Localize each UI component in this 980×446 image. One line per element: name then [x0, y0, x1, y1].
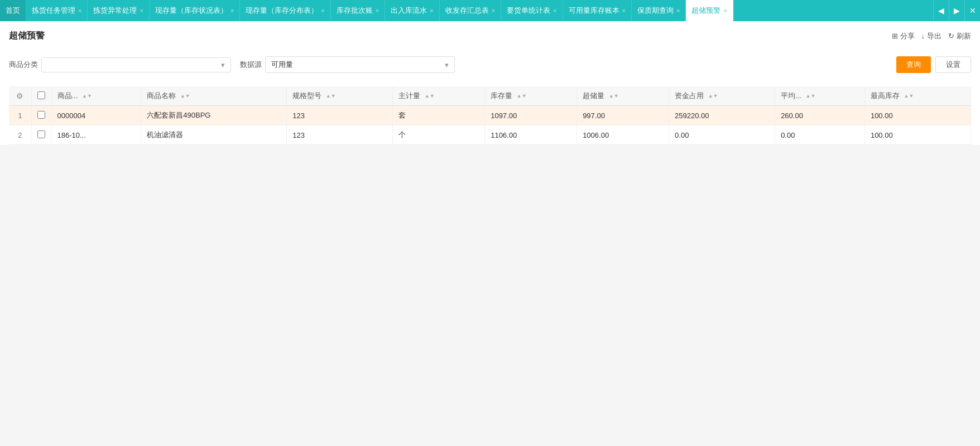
- nav-item-overstock[interactable]: 超储预警 ×: [686, 0, 733, 21]
- page-title: 超储预警: [9, 30, 45, 42]
- row-1-stock: 1097.00: [485, 106, 577, 125]
- row-2-product-code: 186-10...: [51, 125, 141, 145]
- page-content: 超储预警 ⊞ 分享 ↓ 导出 ↻ 刷新 商品分类 ▾ 数据源: [0, 21, 980, 145]
- filter-bar: 商品分类 ▾ 数据源 可用量 ▾ 查询 设置: [9, 51, 971, 79]
- category-filter: 商品分类 ▾: [9, 57, 231, 72]
- header-actions: ⊞ 分享 ↓ 导出 ↻ 刷新: [892, 31, 972, 41]
- checkbox-col-header: [31, 86, 51, 106]
- category-dropdown-icon: ▾: [221, 61, 225, 69]
- row-2-max-stock: 100.00: [864, 125, 971, 145]
- col-stock: 库存量 ▲▼: [485, 86, 577, 106]
- overstock-table: ⚙ 商品... ▲▼ 商品名称 ▲▼ 规格型号 ▲▼: [9, 86, 971, 145]
- row-1-checkbox[interactable]: [37, 111, 45, 119]
- row-1-unit: 套: [393, 106, 485, 125]
- row-1-capital: 259220.00: [669, 106, 775, 125]
- row-1-product-name: 六配套新昌490BPG: [141, 106, 287, 125]
- nav-arrows-container: ◀ ▶ ✕: [933, 0, 980, 21]
- row-2-spec: 123: [287, 125, 393, 145]
- close-tab-picking-task[interactable]: ×: [78, 7, 81, 14]
- close-tab-available-account[interactable]: ×: [622, 7, 626, 14]
- row-1-max-stock: 100.00: [864, 106, 971, 125]
- close-tab-batch-account[interactable]: ×: [376, 7, 379, 14]
- sort-icon-overstock[interactable]: ▲▼: [609, 94, 619, 99]
- col-avg: 平均... ▲▼: [775, 86, 865, 106]
- nav-item-summary[interactable]: 收发存汇总表 ×: [440, 0, 501, 21]
- filter-actions: 查询 设置: [896, 56, 971, 73]
- close-tab-inout-flow[interactable]: ×: [430, 7, 433, 14]
- datasource-label: 数据源: [240, 60, 262, 70]
- row-2-stock: 1106.00: [485, 125, 577, 145]
- row-checkbox-2: [31, 125, 51, 145]
- select-all-checkbox[interactable]: [37, 91, 45, 99]
- share-button[interactable]: ⊞ 分享: [892, 31, 915, 41]
- row-2-product-name: 机油滤清器: [141, 125, 287, 145]
- close-tab-order-stats[interactable]: ×: [553, 7, 556, 14]
- nav-item-inventory-dist[interactable]: 现存量（库存分布表） ×: [240, 0, 330, 21]
- nav-arrow-close[interactable]: ✕: [964, 0, 980, 21]
- datasource-select-value: 可用量: [271, 60, 293, 70]
- row-1-overstock: 997.00: [577, 106, 669, 125]
- close-tab-shelf-life[interactable]: ×: [676, 7, 680, 14]
- nav-item-picking-exception[interactable]: 拣货异常处理 ×: [88, 0, 149, 21]
- sort-icon-max-stock[interactable]: ▲▼: [904, 94, 914, 99]
- close-tab-overstock[interactable]: ×: [723, 7, 727, 14]
- sort-icon-spec[interactable]: ▲▼: [326, 94, 336, 99]
- datasource-select[interactable]: 可用量 ▾: [265, 56, 455, 73]
- settings-col-header: ⚙: [9, 86, 31, 106]
- close-tab-inventory-status[interactable]: ×: [230, 7, 234, 14]
- nav-arrow-next[interactable]: ▶: [949, 0, 964, 21]
- nav-item-inout-flow[interactable]: 出入库流水 ×: [385, 0, 439, 21]
- export-icon: ↓: [921, 32, 925, 40]
- nav-item-shelf-life[interactable]: 保质期查询 ×: [632, 0, 686, 21]
- datasource-dropdown-icon: ▾: [445, 61, 449, 69]
- close-tab-summary[interactable]: ×: [492, 7, 495, 14]
- col-capital: 资金占用 ▲▼: [669, 86, 775, 106]
- col-product-code: 商品... ▲▼: [51, 86, 141, 106]
- row-2-avg: 0.00: [775, 125, 865, 145]
- sort-icon-unit[interactable]: ▲▼: [425, 94, 435, 99]
- nav-item-inventory-status[interactable]: 现存量（库存状况表） ×: [150, 0, 240, 21]
- row-2-capital: 0.00: [669, 125, 775, 145]
- row-1-avg: 260.00: [775, 106, 865, 125]
- table-body: 1 0000004 六配套新昌490BPG 123 套 1097.00 997.…: [9, 106, 971, 145]
- row-2-unit: 个: [393, 125, 485, 145]
- col-max-stock: 最高库存 ▲▼: [864, 86, 971, 106]
- refresh-button[interactable]: ↻ 刷新: [948, 31, 971, 41]
- refresh-icon: ↻: [948, 32, 954, 40]
- sort-icon-stock[interactable]: ▲▼: [517, 94, 527, 99]
- close-tab-inventory-dist[interactable]: ×: [321, 7, 324, 14]
- row-1-spec: 123: [287, 106, 393, 125]
- share-icon: ⊞: [892, 32, 898, 40]
- export-button[interactable]: ↓ 导出: [921, 31, 942, 41]
- datasource-filter: 数据源 可用量 ▾: [240, 56, 455, 73]
- sort-icon-avg[interactable]: ▲▼: [806, 94, 816, 99]
- row-1-product-code: 0000004: [51, 106, 141, 125]
- gear-icon[interactable]: ⚙: [16, 91, 25, 100]
- sort-icon-capital[interactable]: ▲▼: [708, 94, 718, 99]
- sort-icon-product-code[interactable]: ▲▼: [82, 94, 92, 99]
- row-num-1: 1: [9, 106, 31, 125]
- nav-item-home[interactable]: 首页: [0, 0, 26, 21]
- table-container: ⚙ 商品... ▲▼ 商品名称 ▲▼ 规格型号 ▲▼: [9, 86, 971, 145]
- nav-item-picking-task[interactable]: 拣货任务管理 ×: [26, 0, 88, 21]
- page-header: 超储预警 ⊞ 分享 ↓ 导出 ↻ 刷新: [9, 30, 971, 42]
- settings-button[interactable]: 设置: [935, 56, 971, 73]
- nav-item-batch-account[interactable]: 库存批次账 ×: [331, 0, 385, 21]
- table-header-row: ⚙ 商品... ▲▼ 商品名称 ▲▼ 规格型号 ▲▼: [9, 86, 971, 106]
- table-row: 2 186-10... 机油滤清器 123 个 1106.00 1006.00 …: [9, 125, 971, 145]
- col-overstock: 超储量 ▲▼: [577, 86, 669, 106]
- col-product-name: 商品名称 ▲▼: [141, 86, 287, 106]
- sort-icon-product-name[interactable]: ▲▼: [180, 94, 190, 99]
- row-2-checkbox[interactable]: [37, 130, 45, 138]
- row-2-overstock: 1006.00: [577, 125, 669, 145]
- nav-item-order-stats[interactable]: 要货单统计表 ×: [501, 0, 563, 21]
- close-tab-picking-exception[interactable]: ×: [140, 7, 143, 14]
- nav-arrow-prev[interactable]: ◀: [933, 0, 949, 21]
- nav-item-available-account[interactable]: 可用量库存账本 ×: [563, 0, 632, 21]
- query-button[interactable]: 查询: [896, 56, 931, 73]
- row-checkbox-1: [31, 106, 51, 125]
- category-label: 商品分类: [9, 60, 38, 70]
- col-spec: 规格型号 ▲▼: [287, 86, 393, 106]
- top-navigation: 首页 拣货任务管理 × 拣货异常处理 × 现存量（库存状况表） × 现存量（库存…: [0, 0, 980, 21]
- category-select[interactable]: ▾: [41, 57, 231, 72]
